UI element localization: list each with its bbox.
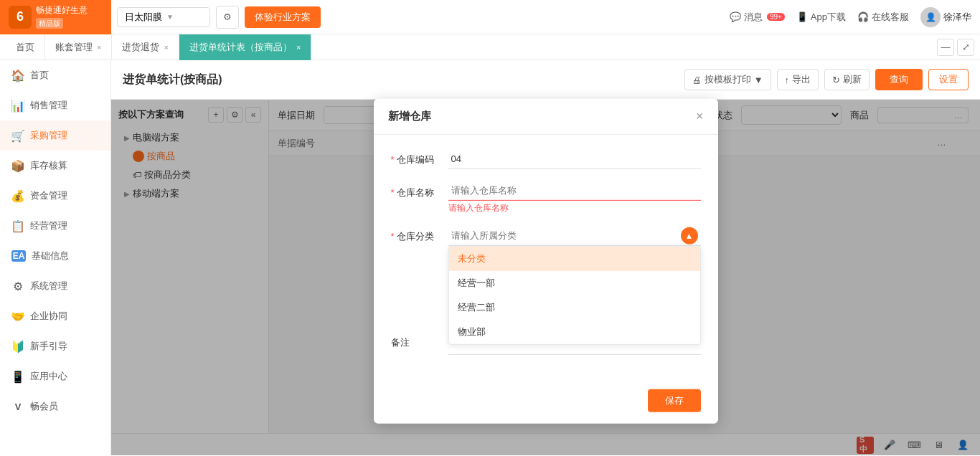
sidebar-item-cooperation-label: 企业协同 — [30, 310, 67, 323]
cooperation-icon: 🤝 — [11, 310, 24, 323]
tab-purchase-stats-label: 进货单统计表（按商品） — [189, 41, 292, 54]
page-title: 进货单统计(按商品) — [123, 72, 222, 87]
purchase-icon: 🛒 — [11, 129, 24, 142]
category-input[interactable] — [448, 226, 701, 246]
refresh-button[interactable]: ↻ 刷新 — [824, 69, 870, 90]
code-input[interactable] — [448, 149, 701, 169]
store-selector[interactable]: 日太阳膜 ▼ — [117, 7, 210, 27]
sidebar-item-finance[interactable]: 💰 资金管理 — [0, 181, 110, 211]
name-error-wrapper: 请输入仓库名称 — [448, 201, 509, 214]
content-inner: 按以下方案查询 + ⚙ « ▶ 电脑端方案 按商品 — [111, 100, 980, 455]
dropdown-item-dept1[interactable]: 经营一部 — [449, 271, 700, 295]
category-label: 仓库分类 — [391, 226, 448, 243]
settings-icon[interactable]: ⚙ — [216, 6, 239, 29]
print-chevron-icon: ▼ — [754, 75, 763, 85]
app-center-icon: 📱 — [11, 370, 24, 383]
tab-home-label: 首页 — [16, 41, 34, 54]
tab-purchase-stats[interactable]: 进货单统计表（按商品） × — [179, 34, 311, 60]
print-button[interactable]: 🖨 按模板打印 ▼ — [684, 69, 771, 90]
refresh-icon: ↻ — [832, 75, 840, 85]
category-select-wrapper: ▲ 未分类 经营一部 经营二部 物业部 — [448, 226, 701, 246]
dropdown-item-property[interactable]: 物业部 — [449, 320, 700, 344]
chevron-down-icon: ▼ — [166, 13, 174, 21]
sidebar-item-finance-label: 资金管理 — [30, 189, 67, 202]
close-purchase-return-icon[interactable]: × — [164, 43, 168, 52]
category-arrow-icon[interactable]: ▲ — [681, 227, 698, 244]
save-button[interactable]: 保存 — [648, 389, 701, 412]
sidebar-item-sales-label: 销售管理 — [30, 99, 67, 112]
close-purchase-stats-icon[interactable]: × — [296, 43, 301, 52]
tab-purchase-return[interactable]: 进货退货 × — [112, 34, 179, 60]
sidebar-item-operations-label: 经营管理 — [30, 219, 67, 232]
top-right-actions: 💬 消息 99+ 📱 App下载 🎧 在线客服 👤 徐泽华 — [730, 7, 971, 27]
sidebar-item-home[interactable]: 🏠 首页 — [0, 60, 110, 90]
header-actions: 🖨 按模板打印 ▼ ↑ 导出 ↻ 刷新 查询 设置 — [684, 69, 969, 90]
sidebar-item-purchase[interactable]: 🛒 采购管理 — [0, 120, 110, 151]
tab-expand-icon[interactable]: ⤢ — [957, 39, 974, 56]
avatar: 👤 — [920, 7, 941, 27]
app-download-button[interactable]: 📱 App下载 — [796, 11, 846, 24]
dropdown-item-dept2[interactable]: 经营二部 — [449, 295, 700, 320]
sidebar-item-newbie[interactable]: 🔰 新手引导 — [0, 331, 110, 361]
sidebar-item-app-center[interactable]: 📱 应用中心 — [0, 361, 110, 391]
export-button[interactable]: ↑ 导出 — [777, 69, 819, 90]
sidebar-item-basic-info[interactable]: EA 基础信息 — [0, 241, 110, 271]
code-label: 仓库编码 — [391, 149, 448, 166]
sidebar-item-system[interactable]: ⚙ 系统管理 — [0, 271, 110, 301]
name-field-row: 仓库名称 — [391, 181, 701, 201]
dropdown-item-unclassified[interactable]: 未分类 — [449, 247, 700, 271]
finance-icon: 💰 — [11, 189, 24, 202]
page-header: 进货单统计(按商品) 🖨 按模板打印 ▼ ↑ 导出 ↻ 刷新 查询 设置 — [111, 60, 980, 100]
operations-icon: 📋 — [11, 219, 24, 232]
new-warehouse-modal: 新增仓库 × 仓库编码 仓库名称 — [374, 99, 718, 424]
tab-home[interactable]: 首页 — [6, 34, 45, 60]
settings-button[interactable]: 设置 — [928, 69, 969, 90]
sidebar-item-inventory-label: 库存核算 — [30, 159, 67, 172]
sidebar-item-newbie-label: 新手引导 — [30, 340, 67, 353]
tab-bar: 首页 账套管理 × 进货退货 × 进货单统计表（按商品） × — ⤢ — [0, 34, 980, 60]
system-icon: ⚙ — [11, 280, 24, 293]
name-input[interactable] — [448, 181, 701, 201]
sales-icon: 📊 — [11, 99, 24, 112]
sidebar-item-inventory[interactable]: 📦 库存核算 — [0, 151, 110, 181]
modal-header: 新增仓库 × — [374, 99, 718, 135]
tab-accounts-label: 账套管理 — [55, 41, 93, 54]
top-bar: 6 畅捷通好生意 精品版 日太阳膜 ▼ ⚙ 体验行业方案 💬 消息 99+ 📱 … — [0, 0, 980, 34]
tab-minimize-icon[interactable]: — — [937, 39, 954, 56]
sidebar-item-membership[interactable]: V 畅会员 — [0, 391, 110, 422]
message-button[interactable]: 💬 消息 99+ — [730, 11, 785, 24]
sidebar-item-system-label: 系统管理 — [30, 280, 67, 293]
sidebar-item-cooperation[interactable]: 🤝 企业协同 — [0, 301, 110, 331]
query-button[interactable]: 查询 — [875, 69, 923, 90]
headset-icon: 🎧 — [857, 11, 869, 22]
print-icon: 🖨 — [692, 75, 702, 85]
sidebar-item-sales[interactable]: 📊 销售管理 — [0, 90, 110, 120]
modal-close-icon[interactable]: × — [696, 109, 704, 124]
form-row-code: 仓库编码 — [391, 149, 701, 169]
main-layout: 🏠 首页 📊 销售管理 🛒 采购管理 📦 库存核算 💰 资金管理 📋 经营管理 … — [0, 60, 980, 456]
note-label: 备注 — [391, 332, 448, 349]
online-service-button[interactable]: 🎧 在线客服 — [857, 11, 909, 24]
sidebar-item-basic-info-label: 基础信息 — [32, 250, 69, 262]
logo-area: 6 畅捷通好生意 精品版 — [0, 0, 111, 34]
inventory-icon: 📦 — [11, 159, 24, 172]
user-info[interactable]: 👤 徐泽华 — [920, 7, 971, 27]
sidebar-item-operations[interactable]: 📋 经营管理 — [0, 211, 110, 241]
sidebar: 🏠 首页 📊 销售管理 🛒 采购管理 📦 库存核算 💰 资金管理 📋 经营管理 … — [0, 60, 111, 456]
message-badge: 99+ — [767, 13, 785, 21]
logo-badge: 精品版 — [36, 18, 63, 29]
experience-button[interactable]: 体验行业方案 — [245, 6, 321, 28]
sidebar-item-app-center-label: 应用中心 — [30, 370, 67, 383]
form-row-category: 仓库分类 ▲ 未分类 经营一部 经营二部 物业部 — [391, 226, 701, 246]
sidebar-item-home-label: 首页 — [30, 69, 49, 82]
logo-text: 畅捷通好生意 精品版 — [36, 5, 88, 29]
tab-accounts[interactable]: 账套管理 × — [45, 34, 112, 60]
logo-icon: 6 — [9, 6, 32, 29]
message-icon: 💬 — [730, 11, 741, 22]
close-accounts-icon[interactable]: × — [97, 43, 101, 52]
username: 徐泽华 — [943, 11, 971, 24]
tab-purchase-return-label: 进货退货 — [122, 41, 159, 54]
basic-info-icon: EA — [11, 250, 26, 262]
name-label: 仓库名称 — [391, 182, 448, 199]
export-icon: ↑ — [785, 75, 790, 85]
